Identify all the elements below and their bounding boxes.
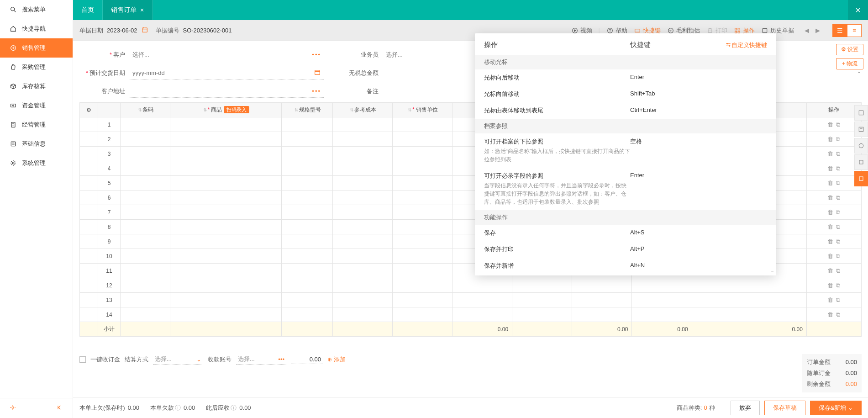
svg-rect-26: [738, 28, 740, 30]
sales-input[interactable]: [383, 48, 408, 61]
deliver-input[interactable]: [130, 67, 324, 79]
settings-button[interactable]: ⚙ 设置: [836, 44, 863, 55]
save-new-button[interactable]: 保存&新增 ⌄: [810, 401, 862, 415]
tab-home[interactable]: 首页: [73, 0, 103, 20]
chevron-down-icon[interactable]: ⌄: [857, 68, 862, 74]
rail-btn-4[interactable]: [854, 154, 868, 170]
collapse-icon[interactable]: [56, 404, 63, 413]
copy-icon[interactable]: ⧉: [836, 209, 840, 216]
sidebar-item-label: 销售管理: [22, 44, 46, 52]
discard-button[interactable]: 放弃: [731, 401, 760, 415]
sidebar-item-label: 系统管理: [22, 159, 46, 167]
col-product[interactable]: ⇅*商品扫码录入: [170, 103, 282, 117]
add-link[interactable]: ⊕ 添加: [327, 355, 346, 364]
main: 首页 销售订单 × × 单据日期 2023-06-02 单据编号 SO-2023…: [73, 0, 868, 418]
sp-row: 可打开档案的下拉参照如：激活“商品名称”输入框后，按快捷键可直接打开商品的下拉参…: [475, 133, 776, 168]
below-table: 一键收订金 结算方式 选择...⌄ 收款账号 选择...••• 0.00 ⊕ 添…: [73, 349, 868, 397]
delete-icon[interactable]: 🗑: [827, 311, 833, 318]
deposit-checkbox[interactable]: [79, 356, 86, 363]
customer-input[interactable]: •••: [130, 48, 324, 61]
copy-icon[interactable]: ⧉: [836, 136, 840, 143]
svg-rect-24: [708, 30, 712, 32]
delete-icon[interactable]: 🗑: [827, 180, 833, 186]
sales-icon: [9, 44, 17, 52]
svg-rect-13: [142, 28, 147, 32]
settings-icon[interactable]: [9, 404, 16, 413]
svg-point-19: [610, 32, 610, 32]
delete-icon[interactable]: 🗑: [827, 267, 833, 274]
nav-prev-icon[interactable]: ◀: [802, 27, 811, 34]
delete-icon[interactable]: 🗑: [827, 238, 833, 245]
rail-btn-5[interactable]: [854, 171, 868, 186]
sidebar-item-inventory[interactable]: 库存核算: [0, 77, 73, 96]
copy-icon[interactable]: ⧉: [836, 238, 840, 245]
account-select[interactable]: 选择...•••: [236, 354, 286, 365]
delete-icon[interactable]: 🗑: [827, 194, 833, 201]
sp-row: 可打开必录字段的参照当字段信息没有录入任何字符，并且当前字段必录时，按快捷键可直…: [475, 168, 776, 210]
sidebar-item-label: 资金管理: [22, 101, 46, 110]
sidebar-item-purchase[interactable]: 采购管理: [0, 58, 73, 77]
more-icon[interactable]: •••: [312, 51, 321, 58]
tabbar-close[interactable]: ×: [848, 0, 868, 20]
delete-icon[interactable]: 🗑: [827, 223, 833, 230]
delete-icon[interactable]: 🗑: [827, 296, 833, 303]
delete-icon[interactable]: 🗑: [827, 282, 833, 289]
copy-icon[interactable]: ⧉: [836, 282, 840, 289]
delete-icon[interactable]: 🗑: [827, 121, 833, 128]
more-icon[interactable]: •••: [312, 88, 321, 95]
calendar-icon[interactable]: [141, 26, 148, 35]
sidebar-item-funds[interactable]: 资金管理: [0, 96, 73, 115]
col-cost[interactable]: ⇅参考成本: [332, 103, 392, 117]
delete-icon[interactable]: 🗑: [827, 165, 833, 172]
search-label: 搜索菜单: [22, 5, 46, 14]
doc-date-value[interactable]: 2023-06-02: [107, 27, 137, 34]
sp-row: 光标向前移动Shift+Tab: [475, 86, 776, 102]
sidebar-item-system[interactable]: 系统管理: [0, 153, 73, 173]
sidebar-item-quicknav[interactable]: 快捷导航: [0, 19, 73, 38]
table-row[interactable]: 13 🗑⧉: [80, 293, 862, 307]
copy-icon[interactable]: ⧉: [836, 296, 840, 303]
delete-icon[interactable]: 🗑: [827, 209, 833, 216]
col-code[interactable]: ⇅条码: [120, 103, 170, 117]
copy-icon[interactable]: ⧉: [836, 121, 840, 128]
close-icon[interactable]: ×: [140, 6, 144, 14]
copy-icon[interactable]: ⧉: [836, 253, 840, 259]
custom-shortcut-link[interactable]: 自定义快捷键: [725, 41, 767, 49]
table-row[interactable]: 14 🗑⧉: [80, 307, 862, 322]
delete-icon[interactable]: 🗑: [827, 136, 833, 143]
rail-btn-1[interactable]: [854, 105, 868, 121]
addr-label: 客户地址: [79, 87, 130, 95]
copy-icon[interactable]: ⧉: [836, 223, 840, 230]
copy-icon[interactable]: ⧉: [836, 180, 840, 186]
layout-toggle-1[interactable]: ☰: [832, 24, 847, 37]
delete-icon[interactable]: 🗑: [827, 150, 833, 157]
scan-badge[interactable]: 扫码录入: [224, 106, 249, 113]
svg-rect-29: [763, 28, 767, 32]
col-spec[interactable]: ⇅规格型号: [282, 103, 332, 117]
copy-icon[interactable]: ⧉: [836, 165, 840, 172]
copy-icon[interactable]: ⧉: [836, 194, 840, 201]
layout-toggle-2[interactable]: ≡: [847, 24, 862, 37]
rail-btn-2[interactable]: [854, 122, 868, 137]
delete-icon[interactable]: 🗑: [827, 253, 833, 259]
below-amount[interactable]: 0.00: [291, 355, 323, 364]
save-draft-button[interactable]: 保存草稿: [764, 401, 805, 415]
col-unit[interactable]: ⇅*销售单位: [392, 103, 452, 117]
col-gear[interactable]: ⚙: [80, 103, 98, 117]
table-row[interactable]: 12 🗑⧉: [80, 278, 862, 293]
settle-select[interactable]: 选择...⌄: [153, 354, 203, 365]
sidebar-item-business[interactable]: 经营管理: [0, 115, 73, 134]
copy-icon[interactable]: ⧉: [836, 150, 840, 157]
sidebar-item-sales[interactable]: 销售管理: [0, 38, 73, 58]
copy-icon[interactable]: ⧉: [836, 267, 840, 274]
calendar-icon[interactable]: [314, 69, 321, 77]
svg-rect-25: [735, 28, 737, 30]
addr-input[interactable]: •••: [130, 85, 324, 98]
sidebar-item-baseinfo[interactable]: 基础信息: [0, 134, 73, 153]
rail-btn-3[interactable]: [854, 138, 868, 153]
search-menu[interactable]: 搜索菜单: [0, 0, 73, 19]
scroll-down-icon[interactable]: ⌄: [770, 268, 774, 274]
copy-icon[interactable]: ⧉: [836, 311, 840, 318]
tab-sales-order[interactable]: 销售订单 ×: [103, 0, 153, 20]
nav-next-icon[interactable]: ▶: [813, 27, 822, 34]
